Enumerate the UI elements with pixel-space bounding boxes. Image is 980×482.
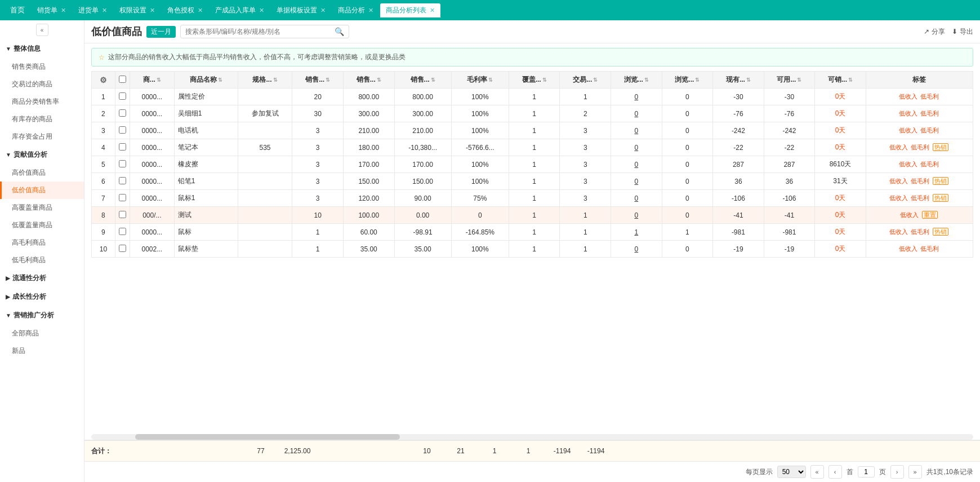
- browse1-link[interactable]: 0: [634, 127, 638, 135]
- nav-sales[interactable]: 销货单 ✕: [32, 3, 72, 17]
- row-checkbox[interactable]: [119, 228, 126, 235]
- col-coverage[interactable]: 覆盖...⇅: [509, 72, 560, 89]
- browse1-link[interactable]: 0: [634, 245, 638, 253]
- cell-s7[interactable]: 0: [611, 122, 662, 139]
- nav-purchase[interactable]: 进货单 ✕: [73, 3, 113, 17]
- cell-s7[interactable]: 0: [611, 241, 662, 258]
- sidebar-item-high-coverage[interactable]: 高覆盖量商品: [0, 199, 84, 216]
- cell-name[interactable]: 笔记本: [174, 139, 238, 156]
- next-page-btn[interactable]: ›: [890, 465, 904, 479]
- browse1-link[interactable]: 0: [634, 161, 638, 169]
- sidebar-item-stock-capital[interactable]: 库存资金占用: [0, 128, 84, 145]
- browse1-link[interactable]: 0: [634, 93, 638, 101]
- col-available-stock[interactable]: 可用...⇅: [764, 72, 815, 89]
- col-gear[interactable]: ⚙: [92, 72, 115, 89]
- close-icon[interactable]: ✕: [430, 7, 435, 14]
- search-icon[interactable]: 🔍: [335, 27, 344, 36]
- last-page-btn[interactable]: »: [908, 465, 922, 479]
- sidebar-item-high-margin[interactable]: 高毛利商品: [0, 234, 84, 251]
- cell-s7[interactable]: 0: [611, 139, 662, 156]
- cell-s7[interactable]: 0: [611, 89, 662, 105]
- row-checkbox[interactable]: [119, 211, 126, 218]
- browse1-link[interactable]: 1: [634, 228, 638, 236]
- col-s2[interactable]: 销售...⇅: [343, 72, 394, 89]
- row-checkbox[interactable]: [119, 109, 126, 117]
- settings-icon[interactable]: ⚙: [100, 76, 107, 85]
- sidebar-section-marketing[interactable]: ▼ 营销推广分析: [0, 306, 84, 325]
- cell-name[interactable]: 电话机: [174, 122, 238, 139]
- sidebar-item-stocked-goods[interactable]: 有库存的商品: [0, 110, 84, 128]
- col-s1[interactable]: 销售...⇅: [292, 72, 344, 89]
- nav-home[interactable]: 首页: [5, 3, 30, 17]
- cell-name[interactable]: 属性定价: [174, 89, 238, 105]
- share-button[interactable]: ↗ 分享: [924, 27, 945, 37]
- browse1-link[interactable]: 0: [634, 144, 638, 152]
- cell-name[interactable]: 橡皮擦: [174, 156, 238, 173]
- cell-checkbox[interactable]: [115, 156, 130, 173]
- cell-name[interactable]: 吴细细1: [174, 105, 238, 122]
- close-icon[interactable]: ✕: [368, 7, 373, 14]
- cell-s7[interactable]: 0: [611, 207, 662, 224]
- sidebar-item-high-value[interactable]: 高价值商品: [0, 164, 84, 182]
- col-current-stock[interactable]: 现有...⇅: [713, 72, 764, 89]
- row-checkbox[interactable]: [119, 126, 126, 134]
- cell-checkbox[interactable]: [115, 89, 130, 105]
- browse1-link[interactable]: 0: [634, 110, 638, 118]
- close-icon[interactable]: ✕: [320, 7, 326, 14]
- cell-checkbox[interactable]: [115, 105, 130, 122]
- col-code[interactable]: 商...⇅: [130, 72, 174, 89]
- nav-analysis-list[interactable]: 商品分析列表 ✕: [380, 3, 440, 17]
- sidebar-item-sales-goods[interactable]: 销售类商品: [0, 58, 84, 76]
- sidebar-section-overview[interactable]: ▼ 整体信息: [0, 39, 84, 58]
- nav-analysis[interactable]: 商品分析 ✕: [332, 3, 379, 17]
- close-icon[interactable]: ✕: [259, 7, 264, 14]
- page-number-input[interactable]: [858, 466, 875, 477]
- prev-page-btn[interactable]: ‹: [828, 465, 842, 479]
- close-icon[interactable]: ✕: [198, 7, 203, 14]
- cell-checkbox[interactable]: [115, 173, 130, 190]
- row-checkbox[interactable]: [119, 177, 126, 184]
- search-input[interactable]: [185, 28, 332, 36]
- row-checkbox[interactable]: [119, 92, 126, 100]
- sidebar-item-traded-goods[interactable]: 交易过的商品: [0, 76, 84, 93]
- cell-name[interactable]: 铅笔1: [174, 173, 238, 190]
- sidebar-collapse-btn[interactable]: «: [36, 24, 48, 36]
- sidebar-item-low-margin[interactable]: 低毛利商品: [0, 251, 84, 269]
- close-icon[interactable]: ✕: [61, 7, 66, 14]
- per-page-select[interactable]: 50 100 200: [777, 466, 806, 478]
- cell-name[interactable]: 鼠标: [174, 224, 238, 241]
- cell-s7[interactable]: 0: [611, 173, 662, 190]
- col-trade[interactable]: 交易...⇅: [560, 72, 611, 89]
- row-checkbox[interactable]: [119, 194, 126, 201]
- col-margin[interactable]: 毛利率⇅: [451, 72, 509, 89]
- cell-checkbox[interactable]: [115, 139, 130, 156]
- cell-checkbox[interactable]: [115, 207, 130, 224]
- browse1-link[interactable]: 0: [634, 178, 638, 185]
- col-browse2[interactable]: 浏览...⇅: [662, 72, 713, 89]
- cell-name[interactable]: 测试: [174, 207, 238, 224]
- select-all-checkbox[interactable]: [119, 76, 126, 83]
- filter-badge[interactable]: 近一月: [146, 26, 176, 38]
- close-icon[interactable]: ✕: [150, 7, 155, 14]
- browse1-link[interactable]: 0: [634, 211, 638, 219]
- col-spec[interactable]: 规格...⇅: [238, 72, 292, 89]
- cell-name[interactable]: 鼠标1: [174, 190, 238, 207]
- cell-s7[interactable]: 0: [611, 156, 662, 173]
- col-browse1[interactable]: 浏览...⇅: [611, 72, 662, 89]
- cell-s7[interactable]: 1: [611, 224, 662, 241]
- sidebar-item-new-goods[interactable]: 新品: [0, 342, 84, 360]
- col-name[interactable]: 商品名称⇅: [174, 72, 238, 89]
- sidebar-section-circulation[interactable]: ▶ 流通性分析: [0, 269, 84, 288]
- sidebar-item-low-value[interactable]: 低价值商品: [0, 182, 84, 199]
- nav-products-in[interactable]: 产成品入库单 ✕: [210, 3, 270, 17]
- cell-checkbox[interactable]: [115, 224, 130, 241]
- sidebar-section-growth[interactable]: ▶ 成长性分析: [0, 288, 84, 306]
- cell-name[interactable]: 鼠标垫: [174, 241, 238, 258]
- cell-s7[interactable]: 0: [611, 190, 662, 207]
- cell-checkbox[interactable]: [115, 241, 130, 258]
- nav-roles[interactable]: 角色授权 ✕: [162, 3, 208, 17]
- cell-checkbox[interactable]: [115, 122, 130, 139]
- sidebar-item-all-goods[interactable]: 全部商品: [0, 325, 84, 342]
- cell-checkbox[interactable]: [115, 190, 130, 207]
- browse1-link[interactable]: 0: [634, 194, 638, 202]
